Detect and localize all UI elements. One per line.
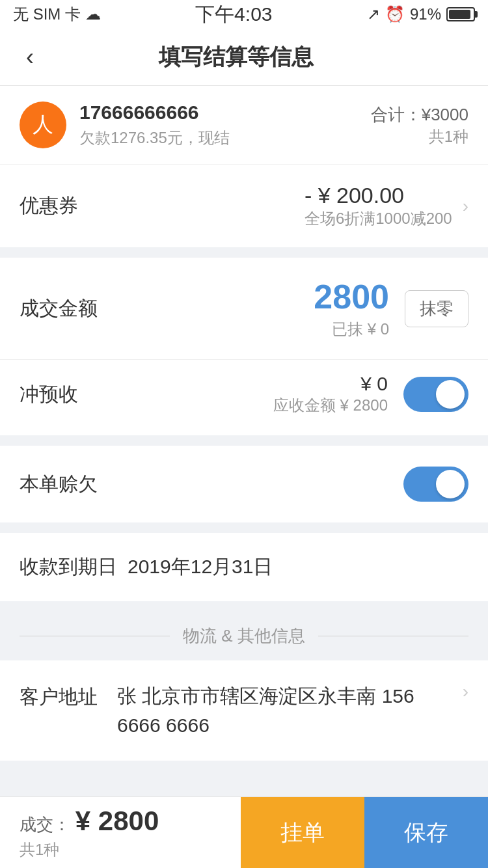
back-button[interactable]: ‹: [20, 37, 40, 77]
charge-label: 冲预收: [20, 381, 78, 408]
address-row[interactable]: 客户地址 张 北京市市辖区海淀区永丰南 156 6666 6666 ›: [0, 660, 488, 761]
status-bar: 无 SIM 卡 ☁ 下午4:03 ↗ ⏰ 91%: [0, 0, 488, 29]
bottom-summary: 成交： ¥ 2800 共1种: [0, 806, 241, 860]
bottom-bar: 成交： ¥ 2800 共1种 挂单 保存: [0, 796, 488, 868]
save-button[interactable]: 保存: [364, 797, 488, 869]
coupon-label: 优惠券: [20, 193, 78, 219]
amount-value-block: 2800 已抹 ¥ 0: [314, 277, 389, 340]
coupon-right: - ¥ 200.00 全场6折满1000减200 ›: [305, 183, 468, 229]
amount-value: 2800: [314, 277, 389, 316]
avatar: 人: [20, 102, 66, 148]
charge-sub: 应收金额 ¥ 2800: [273, 395, 388, 416]
debt-toggle[interactable]: [403, 467, 468, 502]
bottom-count: 共1种: [20, 839, 221, 860]
chevron-right-icon: ›: [463, 196, 468, 217]
amount-row: 成交金额 2800 已抹 ¥ 0 抹零: [0, 258, 488, 359]
coupon-row[interactable]: 优惠券 - ¥ 200.00 全场6折满1000减200 ›: [0, 164, 488, 247]
location-icon: ↗: [367, 5, 380, 23]
bottom-deal-label: 成交：: [20, 815, 70, 834]
alarm-icon: ⏰: [385, 5, 405, 23]
amount-right: 2800 已抹 ¥ 0 抹零: [314, 277, 468, 340]
bottom-deal-line: 成交： ¥ 2800: [20, 806, 221, 837]
coupon-discount: - ¥ 200.00: [305, 183, 452, 208]
debt-section: 本单赊欠: [0, 446, 488, 522]
address-content: 张 北京市市辖区海淀区永丰南 156 6666 6666: [117, 681, 452, 740]
status-time: 下午4:03: [195, 1, 272, 28]
bottom-deal-amount: ¥ 2800: [75, 806, 159, 836]
round-button[interactable]: 抹零: [405, 290, 468, 327]
logistics-label: 物流 & 其他信息: [183, 625, 305, 647]
charge-row: 冲预收 ¥ 0 应收金额 ¥ 2800: [0, 359, 488, 435]
nav-bar: ‹ 填写结算等信息: [0, 29, 488, 86]
charge-right: ¥ 0 应收金额 ¥ 2800: [273, 373, 468, 416]
customer-phone: 17666666666: [79, 102, 230, 124]
amount-sub: 已抹 ¥ 0: [314, 319, 389, 340]
due-label: 收款到期日: [20, 554, 117, 580]
total-label: 合计：¥3000: [371, 103, 468, 126]
hold-button[interactable]: 挂单: [241, 797, 364, 869]
charge-toggle[interactable]: [403, 377, 468, 412]
debt-label: 本单赊欠: [20, 471, 98, 498]
battery-icon: [446, 7, 475, 21]
sim-label: 无 SIM 卡 ☁: [13, 4, 101, 25]
due-row: 收款到期日 2019年12月31日: [0, 533, 488, 601]
status-right: ↗ ⏰ 91%: [367, 5, 475, 23]
address-label: 客户地址: [20, 684, 98, 711]
customer-right: 合计：¥3000 共1种: [371, 103, 468, 147]
coupon-info: - ¥ 200.00 全场6折满1000减200: [305, 183, 452, 229]
charge-value-block: ¥ 0 应收金额 ¥ 2800: [273, 373, 388, 416]
customer-section: 人 17666666666 欠款1276.35元，现结 合计：¥3000 共1种…: [0, 86, 488, 247]
coupon-desc: 全场6折满1000减200: [305, 208, 452, 229]
customer-row: 人 17666666666 欠款1276.35元，现结 合计：¥3000 共1种: [0, 86, 488, 164]
charge-value: ¥ 0: [273, 373, 388, 395]
page-title: 填写结算等信息: [40, 42, 432, 72]
battery-percent: 91%: [410, 5, 441, 23]
total-count: 共1种: [371, 126, 468, 147]
address-chevron-icon: ›: [463, 681, 468, 702]
customer-info: 17666666666 欠款1276.35元，现结: [79, 102, 230, 148]
due-value: 2019年12月31日: [128, 554, 273, 580]
amount-section: 成交金额 2800 已抹 ¥ 0 抹零 冲预收 ¥ 0 应收金额 ¥ 2800: [0, 258, 488, 435]
amount-label: 成交金额: [20, 295, 98, 322]
debt-row: 本单赊欠: [0, 446, 488, 522]
due-date-section: 收款到期日 2019年12月31日: [0, 533, 488, 601]
address-section: 客户地址 张 北京市市辖区海淀区永丰南 156 6666 6666 ›: [0, 660, 488, 761]
customer-debt: 欠款1276.35元，现结: [79, 128, 230, 148]
status-left: 无 SIM 卡 ☁: [13, 4, 101, 25]
logistics-divider: 物流 & 其他信息: [0, 612, 488, 660]
customer-left: 人 17666666666 欠款1276.35元，现结: [20, 102, 230, 148]
